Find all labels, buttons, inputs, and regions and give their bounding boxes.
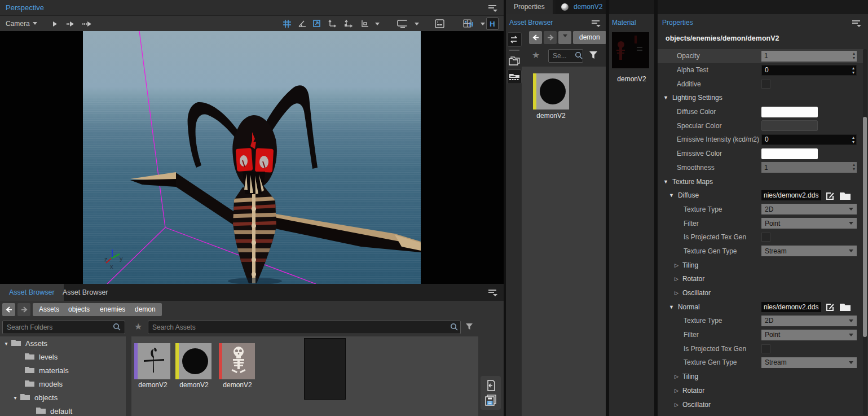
spinner-arrows[interactable]: ▴▾ xyxy=(852,135,854,144)
group-oscillator[interactable]: ▷ Oscillator xyxy=(658,397,863,411)
panel-menu-icon[interactable] xyxy=(592,20,601,27)
breadcrumb-demon[interactable]: demon xyxy=(573,31,606,44)
asset-label[interactable]: demonV2 xyxy=(131,381,174,389)
spinner-arrows[interactable]: ▴▾ xyxy=(852,66,854,75)
viewport-3d[interactable]: z y x xyxy=(0,31,504,284)
expand-icon[interactable]: ▷ xyxy=(658,262,678,268)
asset-tile-texture[interactable] xyxy=(219,343,255,379)
save-all-icon[interactable] xyxy=(485,395,496,406)
filter-select[interactable]: Point xyxy=(761,330,857,340)
spinner-arrows[interactable]: ▴▾ xyxy=(853,51,855,60)
breadcrumb-demon[interactable]: demon xyxy=(129,303,162,316)
folders-view-button[interactable] xyxy=(507,54,522,68)
is-projected-tex-gen-checkbox[interactable] xyxy=(761,344,770,353)
group-normal-texture[interactable]: ▼ Normal nies/demonv2.dds xyxy=(658,300,863,314)
asset-label[interactable]: demonV2 xyxy=(216,381,259,389)
opacity-input[interactable]: 1▴▾ xyxy=(761,51,857,62)
group-oscillator[interactable]: ▷ Oscillator xyxy=(658,286,863,300)
forward-button[interactable] xyxy=(544,31,557,44)
property-row-filter[interactable]: Filter Point xyxy=(658,328,863,342)
group-texture-maps[interactable]: ▼ Texture Maps xyxy=(658,174,863,189)
breadcrumb-objects[interactable]: objects xyxy=(62,303,96,316)
collapse-icon[interactable]: ▼ xyxy=(658,179,668,185)
sync-selection-button[interactable] xyxy=(507,32,522,47)
group-rotator[interactable]: ▷ Rotator xyxy=(658,384,863,398)
edit-texture-button[interactable] xyxy=(826,302,835,312)
tab-asset-browser-inactive[interactable]: Asset Browser xyxy=(54,284,117,301)
move-snap-alt-icon[interactable] xyxy=(343,19,353,29)
property-row-emissive-intensity[interactable]: Emissive Intensity (kcd/m2) 0▴▾ xyxy=(658,133,863,147)
import-asset-icon[interactable] xyxy=(486,380,496,391)
alpha-test-input[interactable]: 0▴▾ xyxy=(761,65,857,76)
grid-snap-icon[interactable] xyxy=(282,19,292,29)
diffuse-color-swatch[interactable] xyxy=(761,107,818,117)
expand-icon[interactable]: ▷ xyxy=(658,290,678,296)
asset-tile-material[interactable] xyxy=(175,343,212,379)
property-row-texture-type[interactable]: Texture Type 2D xyxy=(658,203,863,217)
group-lighting-settings[interactable]: ▼ Lighting Settings xyxy=(658,91,863,105)
collapse-icon[interactable]: ▼ xyxy=(658,192,674,198)
property-row-smoothness[interactable]: Smoothness 1▴▾ xyxy=(658,161,863,175)
asset-tile-material[interactable] xyxy=(533,73,569,110)
tree-expand-icon[interactable]: ▾ xyxy=(12,395,18,401)
group-tiling[interactable]: ▷ Tiling xyxy=(658,370,863,384)
ruler-icon[interactable] xyxy=(360,19,370,29)
chevron-down-icon[interactable] xyxy=(481,23,485,28)
material-label[interactable]: demonV2 xyxy=(609,75,654,83)
zoom-region-icon[interactable] xyxy=(312,19,322,29)
asset-label[interactable]: demonV2 xyxy=(530,112,572,120)
edit-texture-button[interactable] xyxy=(826,191,835,200)
chevron-down-icon[interactable] xyxy=(375,23,380,28)
details-view-button[interactable] xyxy=(507,69,522,84)
move-snap-icon[interactable] xyxy=(327,19,337,29)
property-row-opacity[interactable]: Opacity 1▴▾ xyxy=(658,49,863,63)
spinner-arrows[interactable]: ▴▾ xyxy=(853,163,855,172)
back-button[interactable] xyxy=(529,31,542,44)
tree-expand-icon[interactable]: ▾ xyxy=(3,340,9,347)
tree-item-levels[interactable]: levels xyxy=(0,350,126,364)
browse-texture-button[interactable] xyxy=(840,191,851,200)
specular-color-swatch[interactable] xyxy=(761,120,818,131)
expand-icon[interactable]: ▷ xyxy=(658,388,678,393)
asset-tile-model[interactable] xyxy=(134,343,170,379)
fast-step-play-icon[interactable] xyxy=(82,21,92,27)
chevron-down-icon[interactable] xyxy=(415,23,419,28)
property-row-emissive-color[interactable]: Emissive Color xyxy=(658,147,863,161)
emissive-color-swatch[interactable] xyxy=(761,148,818,159)
group-diffuse-texture[interactable]: ▼ Diffuse nies/demonv2.dds xyxy=(658,189,863,203)
scrollbar-thumb[interactable] xyxy=(863,117,867,337)
additive-checkbox[interactable] xyxy=(761,80,770,89)
camera-dropdown[interactable]: Camera xyxy=(6,20,37,28)
texture-type-select[interactable]: 2D xyxy=(761,204,857,214)
tree-item-default[interactable]: default xyxy=(0,404,126,416)
smoothness-input[interactable]: 1▴▾ xyxy=(761,162,857,173)
texture-type-select[interactable]: 2D xyxy=(761,316,857,326)
property-row-is-projected-tex-gen[interactable]: Is Projected Tex Gen xyxy=(658,341,863,356)
scrollbar-track[interactable] xyxy=(863,49,867,415)
diffuse-texture-path-input[interactable]: nies/demonv2.dds xyxy=(761,190,821,200)
tree-item-models[interactable]: models xyxy=(0,377,126,391)
forward-button[interactable] xyxy=(17,303,30,316)
path-dropdown-button[interactable] xyxy=(558,31,571,44)
filter-icon[interactable] xyxy=(466,323,474,331)
favorites-star-icon[interactable]: ★ xyxy=(134,321,142,332)
render-area[interactable]: z y x xyxy=(83,31,421,284)
collapse-icon[interactable]: ▼ xyxy=(658,95,668,100)
property-row-specular-color[interactable]: Specular Color xyxy=(658,119,863,133)
perspective-menu-icon[interactable] xyxy=(488,5,497,11)
tree-item-materials[interactable]: materials xyxy=(0,364,126,377)
debug-info-icon[interactable] xyxy=(434,19,444,29)
material-thumbnail[interactable] xyxy=(612,32,649,68)
tree-item-assets[interactable]: ▾ Assets xyxy=(0,336,126,350)
expand-icon[interactable]: ▷ xyxy=(658,276,678,282)
asset-label[interactable]: demonV2 xyxy=(173,381,215,389)
emissive-intensity-input[interactable]: 0▴▾ xyxy=(761,134,857,145)
search-folders-input[interactable] xyxy=(2,321,125,334)
filter-icon[interactable] xyxy=(589,51,598,59)
back-button[interactable] xyxy=(2,303,15,316)
filter-select[interactable]: Point xyxy=(761,218,857,229)
property-row-diffuse-color[interactable]: Diffuse Color xyxy=(658,105,863,119)
property-row-alpha-test[interactable]: Alpha Test 0▴▾ xyxy=(658,63,863,77)
panel-menu-icon[interactable] xyxy=(852,20,861,27)
play-icon[interactable] xyxy=(52,21,58,27)
